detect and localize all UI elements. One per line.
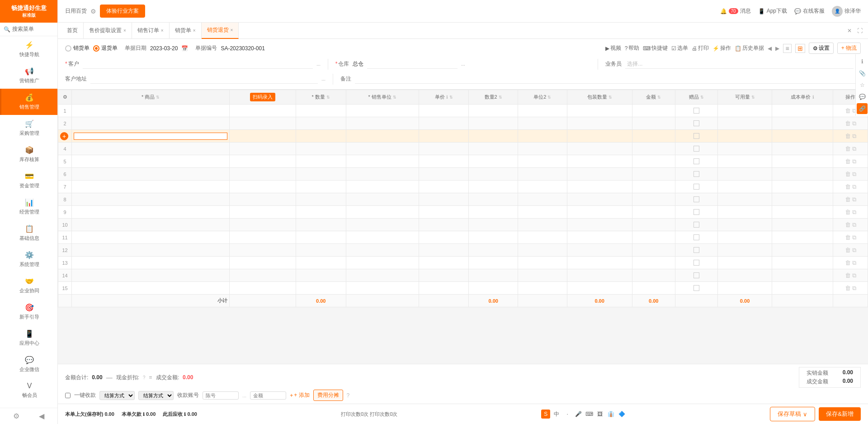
product-cell-9[interactable]: [72, 206, 230, 219]
pack-cell-6[interactable]: [567, 168, 632, 181]
cost-cell-13[interactable]: [772, 257, 833, 269]
add-fee-btn[interactable]: + + 添加: [290, 391, 309, 399]
copy-icon-9[interactable]: ⧉: [852, 209, 856, 215]
unit-cell-7[interactable]: [346, 181, 419, 193]
gift-cell-15[interactable]: [675, 282, 718, 295]
customer-dots[interactable]: ...: [316, 62, 320, 67]
avail-cell-8[interactable]: [718, 193, 772, 206]
account-dots[interactable]: ...: [242, 393, 246, 398]
pack-cell-1[interactable]: [567, 105, 632, 117]
help-action[interactable]: ? 帮助: [625, 44, 640, 52]
gift-sort-icon[interactable]: ⇅: [700, 95, 704, 100]
warehouse-dots[interactable]: ...: [461, 62, 465, 67]
tab-sale-price[interactable]: 售价提取设置 ×: [84, 23, 132, 39]
copy-icon-11[interactable]: ⧉: [852, 234, 856, 241]
right-panel-star[interactable]: ☆: [857, 80, 868, 91]
qty-cell-14[interactable]: [296, 269, 346, 282]
unit2-cell-5[interactable]: [518, 155, 567, 168]
copy-icon-4[interactable]: ⧉: [852, 145, 856, 152]
grid-view-icon[interactable]: ⊞: [795, 44, 805, 53]
cost-cell-15[interactable]: [772, 282, 833, 295]
gift-checkbox-12[interactable]: [693, 247, 699, 253]
gift-checkbox-7[interactable]: [693, 184, 699, 190]
unit-cell-15[interactable]: [346, 282, 419, 295]
tool-icon-4[interactable]: 🎤: [574, 410, 583, 419]
avail-cell-5[interactable]: [718, 155, 772, 168]
search-menu[interactable]: 🔍 搜索菜单: [0, 23, 57, 36]
date-value[interactable]: 2023-03-20: [150, 45, 178, 52]
tool-icon-5[interactable]: ⌨: [585, 410, 594, 419]
shortcut-action[interactable]: ⌨ 快捷键: [643, 44, 668, 52]
col-scan[interactable]: 扫码录入: [230, 90, 296, 105]
unit-cell-14[interactable]: [346, 269, 419, 282]
receivable-info-icon[interactable]: ℹ: [184, 412, 186, 417]
unit2-cell-8[interactable]: [518, 193, 567, 206]
amount-input[interactable]: [250, 391, 286, 400]
amount-cell-11[interactable]: [632, 231, 675, 244]
tab-close-sale-price[interactable]: ×: [123, 28, 126, 33]
cost-cell-14[interactable]: [772, 269, 833, 282]
prev-page-icon[interactable]: ◀: [768, 45, 772, 52]
gift-checkbox-6[interactable]: [693, 171, 699, 177]
calendar-icon[interactable]: 📅: [181, 45, 188, 52]
notes-input[interactable]: [355, 74, 861, 84]
pack-sort-icon[interactable]: ⇅: [609, 95, 612, 100]
avail-cell-11[interactable]: [718, 231, 772, 244]
unit-cell-2[interactable]: [346, 117, 419, 130]
table-settings-icon[interactable]: ⚙: [63, 94, 67, 100]
unit-cell-5[interactable]: [346, 155, 419, 168]
video-action[interactable]: ▶ 视频: [605, 44, 621, 52]
copy-icon-8[interactable]: ⧉: [852, 196, 856, 203]
tool-icon-2[interactable]: 中: [552, 410, 561, 419]
qty2-cell-5[interactable]: [469, 155, 518, 168]
qty-cell-2[interactable]: [296, 117, 346, 130]
amount-cell-6[interactable]: [632, 168, 675, 181]
price-cell-8[interactable]: [419, 193, 469, 206]
qty-cell-15[interactable]: [296, 282, 346, 295]
copy-icon-13[interactable]: ⧉: [852, 259, 856, 266]
sidebar-item-vip[interactable]: V 畅会员: [0, 377, 57, 403]
scan-btn[interactable]: 扫码录入: [250, 93, 275, 101]
sidebar-item-finance[interactable]: 💳 资金管理: [0, 167, 57, 194]
avail-cell-4[interactable]: [718, 143, 772, 155]
cost-cell-11[interactable]: [772, 231, 833, 244]
sidebar-item-wechat[interactable]: 💬 企业微信: [0, 351, 57, 377]
cost-cell-9[interactable]: [772, 206, 833, 219]
qty-cell-1[interactable]: [296, 105, 346, 117]
gift-cell-8[interactable]: [675, 193, 718, 206]
pack-cell-7[interactable]: [567, 181, 632, 193]
qty2-sort-icon[interactable]: ⇅: [499, 95, 502, 100]
unit-cell-10[interactable]: [346, 219, 419, 231]
tab-home[interactable]: 首页: [61, 23, 84, 39]
cost-cell-1[interactable]: [772, 105, 833, 117]
unit2-sort-icon[interactable]: ⇅: [547, 95, 551, 100]
unit2-cell-6[interactable]: [518, 168, 567, 181]
qty2-cell-14[interactable]: [469, 269, 518, 282]
gift-checkbox-5[interactable]: [693, 158, 699, 164]
avail-cell-6[interactable]: [718, 168, 772, 181]
gift-checkbox-4[interactable]: [693, 146, 699, 152]
avail-sort-icon[interactable]: ⇅: [751, 95, 755, 100]
cost-cell-4[interactable]: [772, 143, 833, 155]
sidebar-item-shortcuts[interactable]: ⚡ 快捷导航: [0, 36, 57, 62]
close-all-icon[interactable]: ✕: [845, 28, 854, 34]
pack-cell-10[interactable]: [567, 219, 632, 231]
unit2-cell-7[interactable]: [518, 181, 567, 193]
cost-cell-5[interactable]: [772, 155, 833, 168]
sidebar-collapse-icon[interactable]: ◀: [39, 412, 44, 420]
notification-area[interactable]: 🔔 70 消息: [720, 7, 751, 15]
product-cell-2[interactable]: [72, 117, 230, 130]
cost-cell-7[interactable]: [772, 181, 833, 193]
amount-cell-2[interactable]: [632, 117, 675, 130]
unit2-cell-12[interactable]: [518, 244, 567, 257]
gift-cell-3[interactable]: [675, 130, 718, 143]
qty2-cell-4[interactable]: [469, 143, 518, 155]
pack-cell-8[interactable]: [567, 193, 632, 206]
product-cell-15[interactable]: [72, 282, 230, 295]
cost-cell-10[interactable]: [772, 219, 833, 231]
qty-cell-10[interactable]: [296, 219, 346, 231]
gift-checkbox-15[interactable]: [693, 285, 699, 291]
copy-icon-15[interactable]: ⧉: [852, 285, 856, 291]
unit-cell-3[interactable]: [346, 130, 419, 143]
unit-cell-11[interactable]: [346, 231, 419, 244]
